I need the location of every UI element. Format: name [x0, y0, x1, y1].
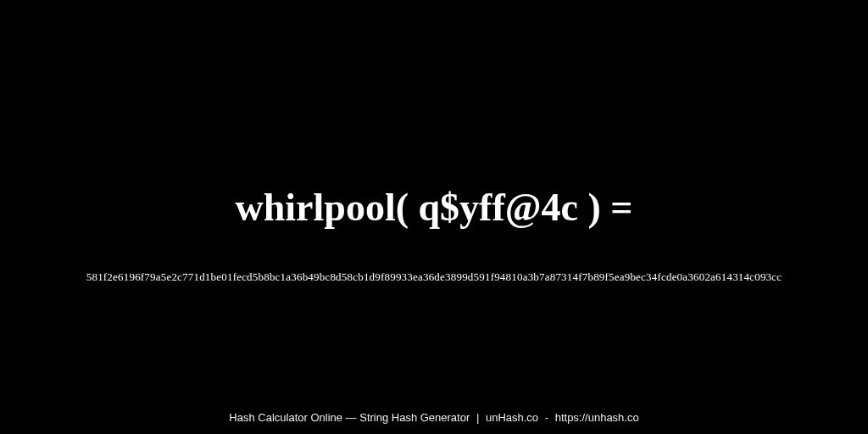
footer-separator: | — [476, 411, 479, 424]
footer-site-name: unHash.co — [486, 411, 538, 424]
main-content: whirlpool( q$yff@4c ) = 581f2e6196f79a5e… — [0, 0, 868, 434]
footer-separator-dash: - — [545, 411, 548, 424]
footer: Hash Calculator Online — String Hash Gen… — [0, 411, 868, 424]
hash-output-value: 581f2e6196f79a5e2c771d1be01fecd5b8bc1a36… — [86, 270, 782, 284]
footer-url: https://unhash.co — [555, 411, 639, 424]
hash-expression-title: whirlpool( q$yff@4c ) = — [236, 185, 633, 230]
footer-description: Hash Calculator Online — String Hash Gen… — [229, 411, 470, 424]
